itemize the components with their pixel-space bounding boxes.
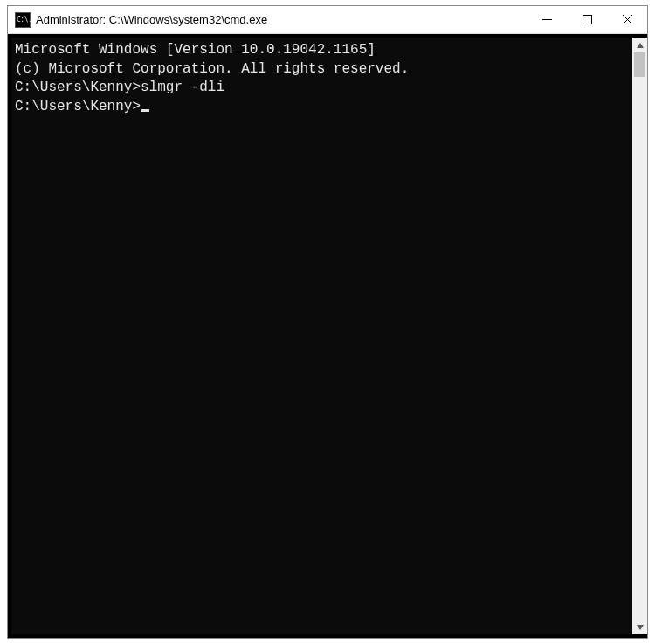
maximize-icon bbox=[583, 15, 592, 24]
svg-rect-1 bbox=[583, 16, 591, 24]
prompt-line-1: C:\Users\Kenny>slmgr -dli bbox=[15, 79, 629, 98]
close-icon bbox=[623, 15, 632, 24]
scroll-track[interactable] bbox=[632, 52, 647, 620]
cmd-window: C:\. Administrator: C:\Windows\system32\… bbox=[7, 5, 648, 639]
svg-marker-4 bbox=[637, 43, 644, 48]
svg-marker-5 bbox=[637, 625, 644, 630]
maximize-button[interactable] bbox=[567, 6, 607, 33]
window-controls bbox=[527, 6, 647, 33]
terminal-output[interactable]: Microsoft Windows [Version 10.0.19042.11… bbox=[11, 38, 632, 634]
minimize-icon bbox=[542, 15, 552, 24]
prompt-path: C:\Users\Kenny> bbox=[15, 80, 141, 95]
scroll-thumb[interactable] bbox=[634, 52, 645, 77]
version-line: Microsoft Windows [Version 10.0.19042.11… bbox=[15, 41, 629, 60]
copyright-line: (c) Microsoft Corporation. All rights re… bbox=[15, 60, 629, 80]
prompt-path: C:\Users\Kenny> bbox=[15, 99, 141, 114]
scroll-up-button[interactable] bbox=[632, 38, 647, 52]
cmd-icon: C:\. bbox=[15, 12, 31, 28]
close-button[interactable] bbox=[607, 6, 647, 33]
titlebar[interactable]: C:\. Administrator: C:\Windows\system32\… bbox=[8, 6, 647, 34]
client-area: Microsoft Windows [Version 10.0.19042.11… bbox=[8, 34, 647, 638]
cmd-icon-text: C:\. bbox=[17, 17, 31, 24]
minimize-button[interactable] bbox=[527, 6, 567, 33]
prompt-line-2: C:\Users\Kenny> bbox=[15, 98, 629, 117]
cursor bbox=[141, 109, 149, 112]
chevron-up-icon bbox=[637, 42, 644, 49]
command-text: slmgr -dli bbox=[141, 80, 224, 95]
window-title: Administrator: C:\Windows\system32\cmd.e… bbox=[36, 13, 527, 26]
vertical-scrollbar[interactable] bbox=[632, 38, 647, 634]
scroll-down-button[interactable] bbox=[632, 620, 647, 634]
chevron-down-icon bbox=[637, 624, 644, 631]
